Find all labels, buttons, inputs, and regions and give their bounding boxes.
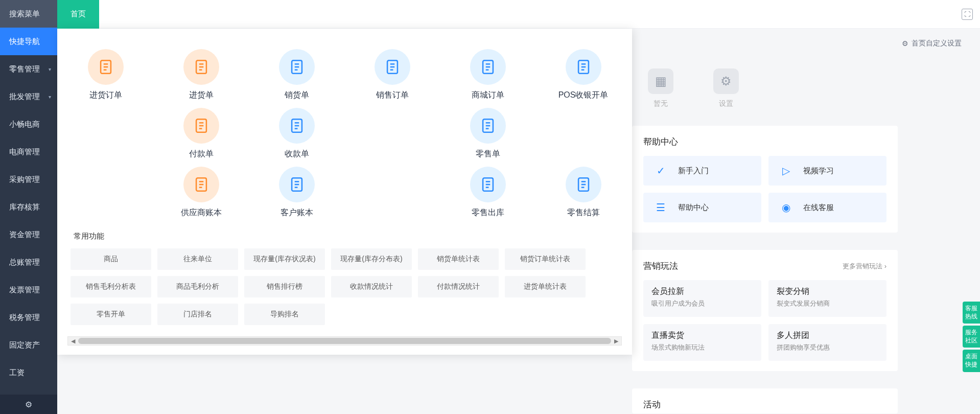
mkt-card-2[interactable]: 直播卖货场景式购物新玩法: [643, 324, 761, 361]
flyout-scrollbar[interactable]: ◀ ▶: [67, 336, 622, 346]
sidebar-item-10[interactable]: 税务管理: [0, 304, 57, 331]
mkt-card-sub: 裂变式发展分销商: [777, 299, 878, 308]
common-fn-3[interactable]: 现存量(库存分布表): [331, 248, 412, 270]
mkt-card-title: 直播卖货: [651, 330, 753, 341]
doc-icon: [279, 167, 315, 202]
common-fn-6[interactable]: 销售毛利分析表: [71, 276, 151, 297]
flow-label: 客户账本: [281, 208, 313, 218]
common-fn-9[interactable]: 收款情况统计: [331, 276, 412, 297]
sidebar-item-1[interactable]: 零售管理▾: [0, 55, 57, 83]
sidebar-item-label: 库存核算: [9, 202, 40, 212]
tile-2[interactable]: ▦暂无: [640, 68, 681, 108]
flow-label: 进货订单: [89, 90, 122, 101]
flow-node-供应商账本[interactable]: 供应商账本: [163, 167, 240, 218]
help-panel: 帮助中心 ✓新手入门▷视频学习☰帮助中心◉在线客服: [632, 126, 898, 233]
doc-icon: [183, 49, 219, 85]
sidebar-item-2[interactable]: 批发管理▾: [0, 83, 57, 110]
doc-icon: [279, 108, 315, 144]
marketing-more-link[interactable]: 更多营销玩法 ›: [843, 262, 886, 271]
help-card-0[interactable]: ✓新手入门: [643, 156, 761, 186]
tile-label: 设置: [719, 99, 733, 108]
common-fn-8[interactable]: 销售排行榜: [244, 276, 325, 297]
flow-label: 付款单: [189, 149, 214, 159]
sidebar-item-label: 采购管理: [9, 175, 40, 185]
common-fn-4[interactable]: 销货单统计表: [418, 248, 499, 270]
caret-down-icon: ▾: [49, 66, 51, 72]
doc-icon: [470, 49, 506, 85]
common-fn-12[interactable]: 零售开单: [71, 304, 151, 325]
sidebar-item-12[interactable]: 工资: [0, 359, 57, 386]
sidebar-item-0[interactable]: 快捷导航: [0, 28, 57, 55]
common-fn-11[interactable]: 进货单统计表: [505, 276, 586, 297]
common-fn-0[interactable]: 商品: [71, 248, 151, 270]
mkt-card-sub: 拼团购物享受优惠: [777, 343, 878, 352]
flow-node-POS收银开单[interactable]: POS收银开单: [545, 49, 622, 101]
doc-icon: [88, 49, 124, 85]
doc-icon: [279, 49, 315, 85]
sidebar-item-label: 工资: [9, 368, 25, 378]
flow-node-商城订单[interactable]: 商城订单: [449, 49, 526, 101]
caret-down-icon: ▾: [49, 94, 51, 100]
sidebar-item-label: 快捷导航: [9, 37, 40, 47]
sidebar-item-7[interactable]: 资金管理: [0, 221, 57, 248]
help-card-2[interactable]: ☰帮助中心: [643, 193, 761, 222]
common-functions-title: 常用功能: [74, 232, 622, 241]
common-fn-10[interactable]: 付款情况统计: [418, 276, 499, 297]
flow-label: 零售单: [476, 149, 500, 159]
common-fn-2[interactable]: 现存量(库存状况表): [244, 248, 325, 270]
flow-node-进货订单[interactable]: 进货订单: [67, 49, 145, 101]
mkt-card-0[interactable]: 会员拉新吸引用户成为会员: [643, 280, 761, 317]
flow-node-零售出库[interactable]: 零售出库: [449, 167, 526, 218]
mkt-card-title: 会员拉新: [651, 286, 753, 297]
mkt-card-1[interactable]: 裂变分销裂变式发展分销商: [768, 280, 886, 317]
help-card-label: 在线客服: [803, 203, 834, 213]
flow-node-销货单[interactable]: 销货单: [259, 49, 336, 101]
sidebar-item-6[interactable]: 库存核算: [0, 193, 57, 221]
sidebar-item-label: 批发管理: [9, 92, 40, 102]
mkt-card-sub: 场景式购物新玩法: [651, 343, 753, 352]
sidebar-item-9[interactable]: 发票管理: [0, 276, 57, 304]
mkt-card-3[interactable]: 多人拼团拼团购物享受优惠: [768, 324, 886, 361]
float-tag-0[interactable]: 客服热线: [963, 302, 980, 324]
flow-node-销售订单[interactable]: 销售订单: [354, 49, 431, 101]
flow-node-零售结算[interactable]: 零售结算: [545, 167, 622, 218]
main-area: ▦现金流量表▦往来单位▦暂无⚙设置 帮助中心 ✓新手入门▷视频学习☰帮助中心◉在…: [632, 29, 980, 413]
help-card-3[interactable]: ◉在线客服: [768, 193, 886, 222]
sidebar-item-3[interactable]: 小畅电商: [0, 110, 57, 138]
sidebar-item-8[interactable]: 总账管理: [0, 248, 57, 276]
float-tag-1[interactable]: 服务社区: [963, 326, 980, 348]
sidebar-settings[interactable]: ⚙: [0, 395, 57, 414]
marketing-panel: 营销玩法 更多营销玩法 › 会员拉新吸引用户成为会员裂变分销裂变式发展分销商直播…: [632, 250, 898, 371]
flow-node-收款单[interactable]: 收款单: [259, 108, 336, 159]
doc-icon: [183, 167, 219, 202]
sidebar-item-5[interactable]: 采购管理: [0, 166, 57, 193]
common-fn-13[interactable]: 门店排名: [157, 304, 238, 325]
scroll-right-icon[interactable]: ▶: [611, 338, 621, 344]
help-title: 帮助中心: [643, 136, 678, 148]
tab-home[interactable]: 首页: [57, 0, 99, 29]
activity-panel: 活动: [632, 388, 898, 413]
tile-3[interactable]: ⚙设置: [706, 68, 746, 108]
float-tag-2[interactable]: 桌面快捷: [963, 350, 980, 372]
common-fn-7[interactable]: 商品毛利分析: [157, 276, 238, 297]
help-card-icon: ◉: [777, 198, 795, 217]
flow-node-付款单[interactable]: 付款单: [163, 108, 240, 159]
sidebar-item-label: 固定资产: [9, 340, 40, 350]
scroll-left-icon[interactable]: ◀: [68, 338, 78, 344]
sidebar-item-label: 税务管理: [9, 313, 40, 323]
scroll-thumb[interactable]: [78, 338, 611, 344]
sidebar-item-4[interactable]: 电商管理: [0, 138, 57, 166]
flow-node-进货单[interactable]: 进货单: [163, 49, 240, 101]
sidebar-item-11[interactable]: 固定资产: [0, 331, 57, 359]
help-card-1[interactable]: ▷视频学习: [768, 156, 886, 186]
fullscreen-icon[interactable]: ⛶: [962, 9, 973, 20]
common-fn-14[interactable]: 导购排名: [244, 304, 325, 325]
common-fn-1[interactable]: 往来单位: [157, 248, 238, 270]
sidebar-item-label: 发票管理: [9, 285, 40, 295]
sidebar-search[interactable]: 搜索菜单: [0, 0, 57, 28]
topbar-right: ⛶: [962, 9, 980, 20]
flow-node-客户账本[interactable]: 客户账本: [259, 167, 336, 218]
flow-node-零售单[interactable]: 零售单: [449, 108, 526, 159]
doc-icon: [183, 108, 219, 144]
common-fn-5[interactable]: 销货订单统计表: [505, 248, 586, 270]
